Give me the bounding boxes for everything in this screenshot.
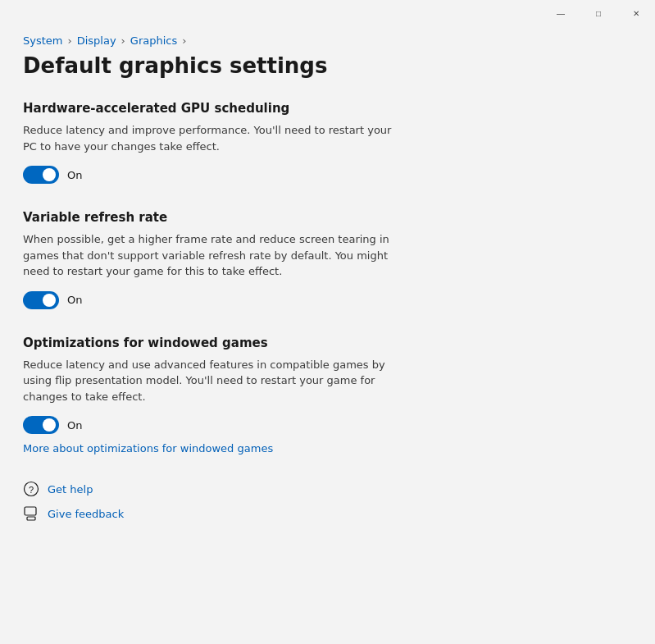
footer: ? Get help Give feedback <box>23 481 632 522</box>
minimize-button[interactable]: — <box>542 0 580 26</box>
windowed-optimizations-toggle-label: On <box>67 419 82 432</box>
title-bar: — □ ✕ <box>0 0 655 26</box>
breadcrumb-section: System › Display › Graphics › Default gr… <box>23 34 632 78</box>
windowed-optimizations-toggle-row: On <box>23 416 632 434</box>
windowed-optimizations-section: Optimizations for windowed games Reduce … <box>23 336 632 455</box>
minimize-icon: — <box>557 9 565 18</box>
breadcrumb: System › Display › Graphics › <box>23 34 632 47</box>
variable-refresh-toggle[interactable] <box>23 291 59 309</box>
windowed-optimizations-link[interactable]: More about optimizations for windowed ga… <box>23 442 273 454</box>
windowed-optimizations-toggle[interactable] <box>23 416 59 434</box>
windowed-optimizations-slider <box>23 416 59 434</box>
svg-rect-2 <box>25 507 36 515</box>
gpu-scheduling-description: Reduce latency and improve performance. … <box>23 122 400 154</box>
page-title: Default graphics settings <box>23 53 632 78</box>
maximize-button[interactable]: □ <box>580 0 617 26</box>
get-help-link[interactable]: Get help <box>48 483 93 496</box>
give-feedback-icon <box>23 505 39 522</box>
gpu-scheduling-slider <box>23 166 59 184</box>
windowed-optimizations-title: Optimizations for windowed games <box>23 336 632 350</box>
close-button[interactable]: ✕ <box>617 0 655 26</box>
gpu-scheduling-toggle-label: On <box>67 169 82 181</box>
breadcrumb-display[interactable]: Display <box>77 34 116 47</box>
variable-refresh-description: When possible, get a higher frame rate a… <box>23 231 400 280</box>
svg-rect-3 <box>27 517 35 520</box>
close-icon: ✕ <box>633 9 639 18</box>
main-content: System › Display › Graphics › Default gr… <box>0 26 655 545</box>
give-feedback-item[interactable]: Give feedback <box>23 505 632 522</box>
gpu-scheduling-section: Hardware-accelerated GPU scheduling Redu… <box>23 101 632 184</box>
breadcrumb-sep-2: › <box>121 34 125 47</box>
breadcrumb-sep-3: › <box>182 34 186 47</box>
give-feedback-link[interactable]: Give feedback <box>48 508 124 520</box>
variable-refresh-section: Variable refresh rate When possible, get… <box>23 210 632 309</box>
get-help-item[interactable]: ? Get help <box>23 481 632 497</box>
windowed-optimizations-description: Reduce latency and use advanced features… <box>23 357 400 405</box>
breadcrumb-system[interactable]: System <box>23 34 62 47</box>
variable-refresh-toggle-row: On <box>23 291 632 309</box>
variable-refresh-title: Variable refresh rate <box>23 210 632 225</box>
maximize-icon: □ <box>596 9 601 18</box>
gpu-scheduling-toggle-row: On <box>23 166 632 184</box>
breadcrumb-sep-1: › <box>67 34 71 47</box>
breadcrumb-graphics[interactable]: Graphics <box>130 34 177 47</box>
gpu-scheduling-title: Hardware-accelerated GPU scheduling <box>23 101 632 116</box>
variable-refresh-slider <box>23 291 59 309</box>
get-help-icon: ? <box>23 481 39 497</box>
gpu-scheduling-toggle[interactable] <box>23 166 59 184</box>
variable-refresh-toggle-label: On <box>67 294 82 306</box>
svg-text:?: ? <box>29 485 34 495</box>
